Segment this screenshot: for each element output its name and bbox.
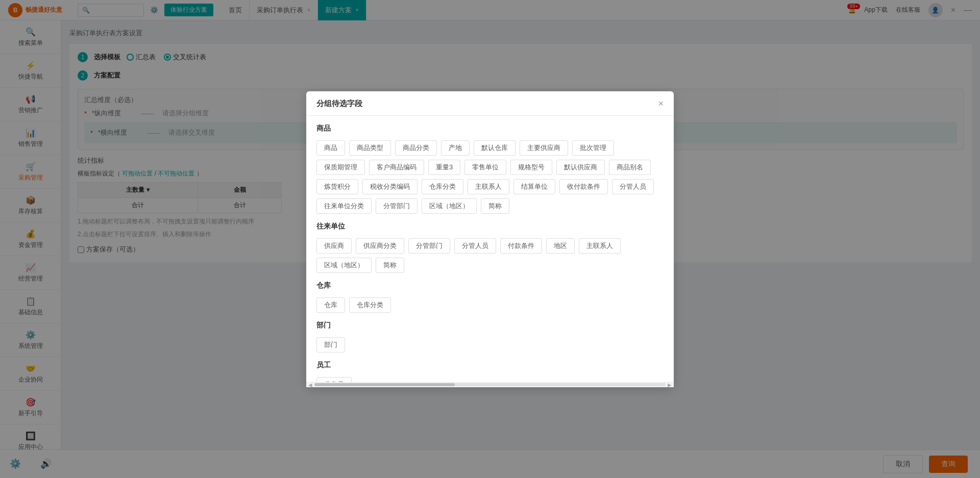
cat-employee: 员工 业务员 xyxy=(316,361,664,382)
tag-goods-16[interactable]: 仓库分类 xyxy=(422,179,463,194)
cat-department-tags: 部门 xyxy=(316,337,664,353)
cat-warehouse: 仓库 仓库 仓库分类 xyxy=(316,281,664,313)
tag-goods-23[interactable]: 区域（地区） xyxy=(422,198,477,214)
tag-goods-24[interactable]: 简称 xyxy=(481,198,509,214)
cat-employee-tags: 业务员 xyxy=(316,377,664,382)
hscroll-thumb xyxy=(314,383,455,386)
tag-goods-0[interactable]: 商品 xyxy=(316,140,345,156)
tag-partner-6[interactable]: 主联系人 xyxy=(579,238,621,254)
tag-partner-8[interactable]: 简称 xyxy=(376,258,404,273)
tag-goods-22[interactable]: 分管部门 xyxy=(376,198,418,214)
tag-partner-2[interactable]: 分管部门 xyxy=(408,238,450,254)
modal-body: 商品 商品 商品类型 商品分类 产地 默认仓库 主要供应商 批次管理 保质期管理… xyxy=(306,116,674,382)
cat-goods: 商品 商品 商品类型 商品分类 产地 默认仓库 主要供应商 批次管理 保质期管理… xyxy=(316,124,664,214)
hscroll-right-arrow[interactable]: ▶ xyxy=(668,382,672,388)
cat-partner-tags: 供应商 供应商分类 分管部门 分管人员 付款条件 地区 主联系人 区域（地区） … xyxy=(316,238,664,273)
modal-overlay: 分组待选字段 × 商品 商品 商品类型 商品分类 产地 默认仓库 主要供应商 批… xyxy=(0,0,980,478)
tag-goods-12[interactable]: 默认供应商 xyxy=(556,160,605,175)
modal-close-btn[interactable]: × xyxy=(658,98,664,109)
tag-goods-9[interactable]: 重量3 xyxy=(428,160,460,175)
cat-partner: 往来单位 供应商 供应商分类 分管部门 分管人员 付款条件 地区 主联系人 区域… xyxy=(316,222,664,273)
modal-title: 分组待选字段 xyxy=(316,99,362,109)
tag-department-0[interactable]: 部门 xyxy=(316,337,345,353)
hscroll-track xyxy=(314,383,666,386)
cat-employee-title: 员工 xyxy=(316,361,664,372)
tag-goods-2[interactable]: 商品分类 xyxy=(395,140,437,156)
cat-department-title: 部门 xyxy=(316,321,664,332)
modal-dialog: 分组待选字段 × 商品 商品 商品类型 商品分类 产地 默认仓库 主要供应商 批… xyxy=(306,91,674,387)
cat-goods-tags: 商品 商品类型 商品分类 产地 默认仓库 主要供应商 批次管理 保质期管理 客户… xyxy=(316,140,664,214)
tag-goods-15[interactable]: 税收分类编码 xyxy=(362,179,418,194)
modal-header: 分组待选字段 × xyxy=(306,91,674,116)
tag-goods-7[interactable]: 保质期管理 xyxy=(316,160,365,175)
tag-goods-11[interactable]: 规格型号 xyxy=(510,160,552,175)
tag-partner-1[interactable]: 供应商分类 xyxy=(356,238,404,254)
cat-department: 部门 部门 xyxy=(316,321,664,353)
tag-goods-21[interactable]: 往来单位分类 xyxy=(316,198,372,214)
tag-goods-1[interactable]: 商品类型 xyxy=(349,140,391,156)
tag-partner-3[interactable]: 分管人员 xyxy=(454,238,496,254)
cat-warehouse-tags: 仓库 仓库分类 xyxy=(316,297,664,313)
tag-partner-0[interactable]: 供应商 xyxy=(316,238,352,254)
modal-hscroll[interactable]: ◀ ▶ xyxy=(306,382,674,387)
tag-warehouse-1[interactable]: 仓库分类 xyxy=(349,297,391,313)
tag-goods-10[interactable]: 零售单位 xyxy=(464,160,506,175)
tag-goods-14[interactable]: 炼货积分 xyxy=(316,179,358,194)
tag-goods-19[interactable]: 收付款条件 xyxy=(559,179,608,194)
tag-goods-18[interactable]: 结算单位 xyxy=(513,179,555,194)
hscroll-left-arrow[interactable]: ◀ xyxy=(308,382,312,388)
cat-warehouse-title: 仓库 xyxy=(316,281,664,292)
tag-partner-4[interactable]: 付款条件 xyxy=(500,238,542,254)
tag-goods-8[interactable]: 客户商品编码 xyxy=(369,160,424,175)
tag-goods-17[interactable]: 主联系人 xyxy=(468,179,509,194)
cat-partner-title: 往来单位 xyxy=(316,222,664,233)
tag-goods-6[interactable]: 批次管理 xyxy=(572,140,614,156)
tag-goods-5[interactable]: 主要供应商 xyxy=(520,140,568,156)
tag-goods-3[interactable]: 产地 xyxy=(441,140,470,156)
tag-goods-20[interactable]: 分管人员 xyxy=(612,179,654,194)
tag-warehouse-0[interactable]: 仓库 xyxy=(316,297,345,313)
tag-partner-7[interactable]: 区域（地区） xyxy=(316,258,372,273)
tag-employee-0[interactable]: 业务员 xyxy=(316,377,352,382)
cat-goods-title: 商品 xyxy=(316,124,664,135)
tag-goods-13[interactable]: 商品别名 xyxy=(609,160,651,175)
tag-goods-4[interactable]: 默认仓库 xyxy=(474,140,516,156)
tag-partner-5[interactable]: 地区 xyxy=(546,238,575,254)
